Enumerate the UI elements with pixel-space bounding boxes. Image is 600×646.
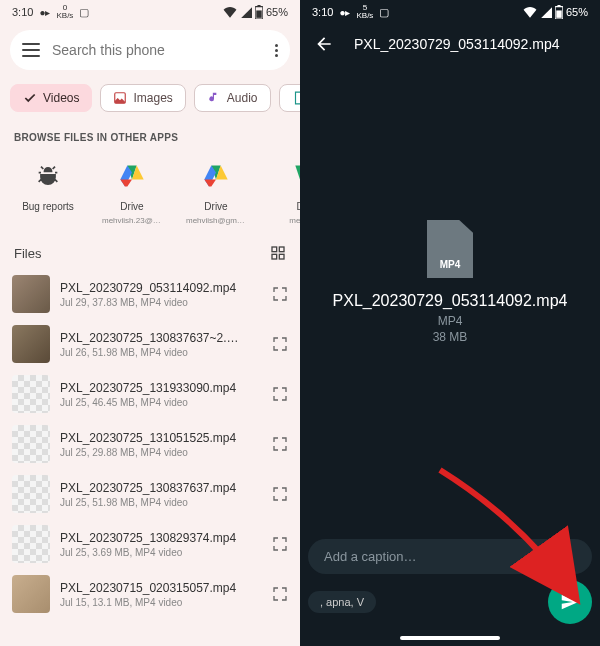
audio-icon [207,91,221,105]
expand-icon[interactable] [272,586,288,602]
battery-pct: 65% [566,6,588,18]
wifi-icon [523,6,537,18]
chip-audio[interactable]: Audio [194,84,271,112]
svg-rect-2 [256,10,261,17]
expand-icon[interactable] [272,486,288,502]
svg-rect-10 [556,10,561,17]
file-meta: Jul 15, 13.1 MB, MP4 video [60,597,262,608]
check-icon [23,91,37,105]
file-item[interactable]: PXL_20230725_130829374.mp4Jul 25, 3.69 M… [0,519,300,569]
file-meta: Jul 26, 51.98 MB, MP4 video [60,347,262,358]
thumbnail [12,375,50,413]
app-drive-1[interactable]: Drive mehviish.23@gma… [102,155,162,225]
file-name: PXL_20230725_130837637~2.… [60,331,262,345]
status-bar: 3:10 ●▸ 0KB/s ▢ 65% [0,0,300,24]
calendar-icon: ▢ [79,6,89,19]
file-name: PXL_20230725_130837637.mp4 [60,481,262,495]
file-name: PXL_20230725_131051525.mp4 [60,431,262,445]
file-preview: MP4 PXL_20230729_053114092.mp4 MP4 38 MB [300,220,600,344]
recipient-chip[interactable]: , apna, V [308,591,376,613]
section-title-browse: BROWSE FILES IN OTHER APPS [0,120,300,151]
file-name: PXL_20230725_130829374.mp4 [60,531,262,545]
thumbnail [12,425,50,463]
preview-filesize: 38 MB [433,330,468,344]
image-icon [113,91,127,105]
battery-icon [255,5,263,19]
app-drive-3[interactable]: D mehvi [270,155,300,225]
document-icon [292,91,300,105]
app-sublabel: mehviish.23@gma… [102,216,162,225]
bottom-controls: Add a caption… , apna, V [300,539,600,646]
expand-icon[interactable] [272,386,288,402]
send-button[interactable] [548,580,592,624]
nav-handle [400,636,500,640]
file-item[interactable]: PXL_20230729_053114092.mp4Jul 29, 37.83 … [0,269,300,319]
whatsapp-send-screen: 3:10 ●▸ 5KB/s ▢ 65% PXL_20230729_0531140… [300,0,600,646]
expand-icon[interactable] [272,286,288,302]
svg-rect-5 [279,247,284,252]
battery-icon [555,5,563,19]
expand-icon[interactable] [272,536,288,552]
chip-label: Audio [227,91,258,105]
bug-icon [34,162,62,190]
preview-filename: PXL_20230729_053114092.mp4 [313,292,588,310]
file-item[interactable]: PXL_20230725_130837637~2.…Jul 26, 51.98 … [0,319,300,369]
mp4-file-icon: MP4 [427,220,473,278]
file-item[interactable]: PXL_20230725_131051525.mp4Jul 25, 29.88 … [0,419,300,469]
file-name: PXL_20230725_131933090.mp4 [60,381,262,395]
file-item[interactable]: PXL_20230725_130837637.mp4Jul 25, 51.98 … [0,469,300,519]
back-icon[interactable] [314,34,334,54]
drive-icon [286,162,300,190]
file-name: PXL_20230715_020315057.mp4 [60,581,262,595]
thumbnail [12,525,50,563]
wifi-icon [223,6,237,18]
svg-rect-9 [557,5,560,7]
app-sublabel: mehvi [289,216,300,225]
file-item[interactable]: PXL_20230715_020315057.mp4Jul 15, 13.1 M… [0,569,300,619]
preview-filetype: MP4 [438,314,463,328]
filter-chips: Videos Images Audio Do [0,76,300,120]
svg-rect-4 [272,247,277,252]
chip-label: Images [133,91,172,105]
thumbnail [12,575,50,613]
thumbnail [12,325,50,363]
thumbnail [12,275,50,313]
files-header: Files [0,237,300,269]
network-speed: 0KB/s [56,4,73,20]
drive-icon [202,162,230,190]
menu-icon[interactable] [22,43,40,57]
svg-rect-7 [279,254,284,259]
app-label: Bug reports [22,201,74,212]
file-meta: Jul 29, 37.83 MB, MP4 video [60,297,262,308]
status-time: 3:10 [12,6,33,18]
thumbnail [12,475,50,513]
chip-label: Videos [43,91,79,105]
signal-icon [540,6,552,18]
svg-rect-1 [257,5,260,7]
expand-icon[interactable] [272,336,288,352]
expand-icon[interactable] [272,436,288,452]
drive-icon [118,162,146,190]
app-bug-reports[interactable]: Bug reports [18,155,78,225]
app-drive-2[interactable]: Drive mehviish@gmail.c… [186,155,246,225]
network-speed: 5KB/s [356,4,373,20]
grid-view-icon[interactable] [270,245,286,261]
caption-input[interactable]: Add a caption… [308,539,592,574]
file-item[interactable]: PXL_20230725_131933090.mp4Jul 25, 46.45 … [0,369,300,419]
rec-icon: ●▸ [339,7,350,18]
chip-videos[interactable]: Videos [10,84,92,112]
chip-images[interactable]: Images [100,84,185,112]
search-input[interactable] [52,42,263,58]
more-icon[interactable] [275,44,278,57]
file-name: PXL_20230729_053114092.mp4 [60,281,262,295]
search-bar[interactable] [10,30,290,70]
battery-pct: 65% [266,6,288,18]
status-time: 3:10 [312,6,333,18]
preview-title: PXL_20230729_053114092.mp4 [354,36,560,52]
status-bar: 3:10 ●▸ 5KB/s ▢ 65% [300,0,600,24]
app-label: Drive [120,201,143,212]
file-list: PXL_20230729_053114092.mp4Jul 29, 37.83 … [0,269,300,619]
app-sublabel: mehviish@gmail.c… [186,216,246,225]
chip-documents[interactable]: Do [279,84,300,112]
file-meta: Jul 25, 29.88 MB, MP4 video [60,447,262,458]
